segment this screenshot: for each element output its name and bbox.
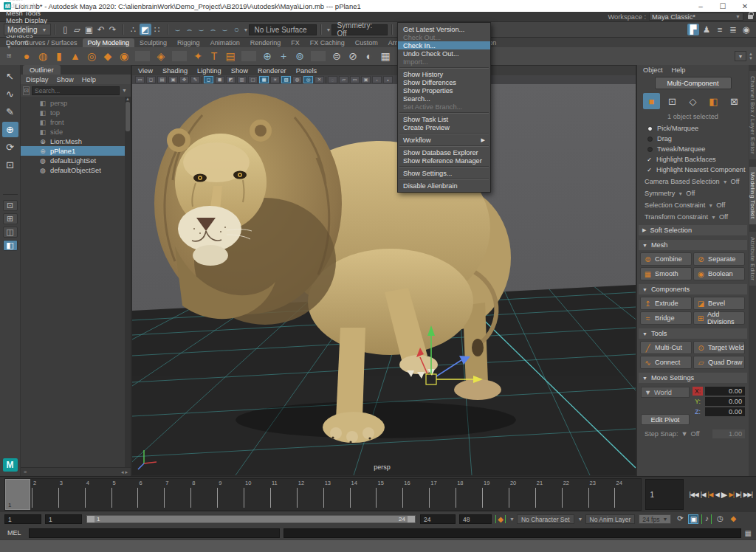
- outliner-item-side[interactable]: ◧ side: [21, 127, 131, 137]
- menu-item-workflow[interactable]: Workflow ▶: [398, 136, 490, 144]
- play-forward-button[interactable]: ▶: [721, 490, 726, 500]
- range-slider-left-handle[interactable]: [87, 516, 94, 522]
- shelf-tab-animation[interactable]: Animation: [205, 38, 245, 47]
- character-controls-icon[interactable]: ♟: [701, 24, 712, 35]
- textured-icon[interactable]: ▦: [259, 76, 269, 83]
- image-plane-icon[interactable]: ▣: [168, 76, 178, 83]
- toolkit-menu-help[interactable]: Help: [672, 66, 686, 74]
- menu-separator[interactable]: [399, 112, 489, 114]
- smooth-button[interactable]: ▦ Smooth: [640, 267, 692, 280]
- timeline-frame[interactable]: 16: [402, 479, 429, 510]
- scrollbar-thumb[interactable]: [126, 102, 130, 131]
- menu-mesh-display[interactable]: Mesh Display: [2, 17, 51, 24]
- anim-layer-dropdown[interactable]: ▼ No Anim Layer: [578, 514, 636, 524]
- vp-menu-view[interactable]: View: [138, 67, 153, 75]
- extrude-button[interactable]: ↥ Extrude: [640, 297, 692, 310]
- outliner-item-top[interactable]: ◧ top: [21, 108, 131, 117]
- playback-start-field[interactable]: 1: [45, 514, 82, 524]
- current-frame-field[interactable]: 1: [645, 479, 684, 510]
- menu-item-check-out[interactable]: Check Out...: [398, 33, 490, 41]
- two-pane-layout-icon[interactable]: ◫: [3, 227, 18, 238]
- vp-menu-panels[interactable]: Panels: [296, 67, 317, 75]
- timeline-frame[interactable]: 11: [270, 479, 297, 510]
- 2d-pan-zoom-icon[interactable]: ✥: [179, 76, 189, 83]
- live-surface-field[interactable]: No Live Surface: [249, 24, 317, 35]
- center-pivot-icon[interactable]: ⊚: [292, 49, 307, 63]
- step-forward-frame-button[interactable]: ▶|: [736, 491, 741, 498]
- poly-cube-icon[interactable]: ◍: [35, 49, 50, 63]
- menu-separator[interactable]: [399, 67, 489, 69]
- lasso-tool-icon[interactable]: ∿: [2, 86, 18, 102]
- auto-keyframe-icon[interactable]: ◆: [728, 514, 738, 524]
- divider[interactable]: [241, 51, 256, 61]
- outliner-menu-show[interactable]: Show: [56, 76, 73, 83]
- shelf-tab-sculpting[interactable]: Sculpting: [134, 38, 172, 47]
- timeline-frame[interactable]: 12: [297, 479, 323, 510]
- four-pane-layout-icon[interactable]: ⊞: [3, 213, 18, 224]
- wireframe-icon[interactable]: ◻: [204, 76, 213, 83]
- range-slider-right-handle[interactable]: [408, 516, 415, 522]
- move-tool-icon[interactable]: ⊕: [2, 122, 18, 137]
- gate-mask-icon[interactable]: ▣: [361, 76, 371, 83]
- connect-button[interactable]: ∿ Connect: [640, 356, 692, 369]
- menu-item-create-preview[interactable]: Create Preview: [398, 123, 490, 131]
- chevron-down-icon[interactable]: ▼: [122, 88, 128, 93]
- check-highlight-backfaces[interactable]: ✓ Highlight Backfaces: [637, 154, 749, 165]
- menu-item-show-differences[interactable]: Show Differences: [398, 78, 490, 86]
- go-to-end-button[interactable]: ▶▶|: [743, 491, 752, 498]
- shadows-icon[interactable]: ▧: [281, 76, 291, 83]
- isolate-select-icon[interactable]: ◌: [328, 76, 337, 83]
- timeline-frame[interactable]: 4: [85, 479, 111, 510]
- edit-pivot-button[interactable]: Edit Pivot: [641, 414, 690, 425]
- filter-icon[interactable]: ⊡: [23, 86, 30, 95]
- boolean-button[interactable]: ◉ Boolean: [693, 267, 745, 280]
- menu-item-show-task-list[interactable]: Show Task List: [398, 115, 490, 123]
- step-back-key-button[interactable]: |◀: [707, 491, 712, 498]
- poly-sphere-icon[interactable]: ●: [19, 49, 34, 63]
- combine-shelf-icon[interactable]: ⊜: [329, 49, 344, 63]
- menu-item-set-active-branch[interactable]: Set Active Branch...: [398, 103, 490, 111]
- timeline-frame[interactable]: 21: [535, 479, 562, 510]
- platonic-solid-icon[interactable]: ◈: [154, 49, 168, 63]
- snap-projected-center-icon[interactable]: ⌢: [207, 24, 219, 35]
- scroll-up-icon[interactable]: ▲: [126, 97, 130, 101]
- command-language-toggle[interactable]: MEL: [7, 529, 25, 537]
- menu-separator[interactable]: [399, 179, 489, 180]
- camera-based-selection-dropdown[interactable]: Camera Based Selection ▼ Off: [637, 175, 749, 187]
- outliner-tab[interactable]: Outliner: [23, 65, 61, 75]
- symmetry-field[interactable]: Symmetry: Off: [331, 24, 388, 35]
- divider[interactable]: [202, 77, 202, 83]
- menu-item-show-properties[interactable]: Show Properties: [398, 86, 490, 94]
- command-result-field[interactable]: [284, 528, 741, 538]
- menu-separator[interactable]: [399, 133, 489, 134]
- command-input[interactable]: [29, 528, 280, 538]
- snap-view-plane-icon[interactable]: ⌣: [219, 24, 231, 35]
- shelf-tab-fx-caching[interactable]: FX Caching: [305, 38, 350, 47]
- menu-item-search[interactable]: Search...: [398, 94, 490, 103]
- playback-loop-icon[interactable]: ⟳: [675, 514, 685, 524]
- shelf-tab-rigging[interactable]: Rigging: [172, 38, 205, 47]
- shelf-tab-options-button[interactable]: ▼: [735, 51, 746, 61]
- lighting-icon[interactable]: ☀: [270, 76, 280, 83]
- target-weld-button[interactable]: ⊙ Target Weld: [693, 341, 745, 354]
- outliner-item-pplane1[interactable]: ⊕ pPlane1: [21, 146, 131, 156]
- screen-space-ao-icon[interactable]: ◍: [292, 76, 302, 83]
- object-mode-icon[interactable]: ■: [643, 93, 660, 109]
- bevel-button[interactable]: ◪ Bevel: [693, 297, 745, 310]
- outliner-menu-help[interactable]: Help: [82, 76, 96, 83]
- timeline-frame[interactable]: 14: [350, 479, 377, 510]
- range-slider-selected[interactable]: [87, 516, 415, 522]
- outliner-item-default-light-set[interactable]: ◍ defaultLightSet: [21, 156, 131, 165]
- smooth-shade-selected-icon[interactable]: ◩: [226, 76, 236, 83]
- workspace-lock-icon[interactable]: [748, 15, 753, 19]
- snap-grid-icon[interactable]: ⌣: [172, 24, 184, 35]
- character-set-dropdown[interactable]: ▼ No Character Set: [509, 514, 574, 524]
- lock-camera-icon[interactable]: ▭: [135, 76, 145, 83]
- timeline-frame[interactable]: 3: [58, 479, 85, 510]
- shelf-tab-custom[interactable]: Custom: [350, 38, 383, 47]
- timeline-frame[interactable]: 5: [111, 479, 138, 510]
- single-pane-layout-icon[interactable]: ⊡: [3, 200, 18, 211]
- channel-box-toggle-icon[interactable]: ≡: [714, 24, 726, 35]
- tool-settings-icon[interactable]: ◉: [740, 24, 752, 35]
- select-object-icon[interactable]: ◩: [140, 24, 151, 35]
